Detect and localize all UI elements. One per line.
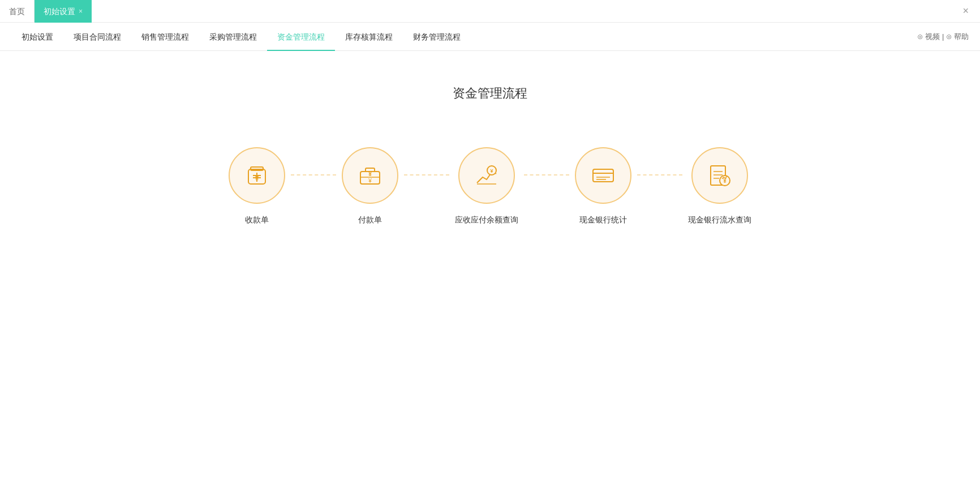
- dotted-line-2: [404, 174, 449, 175]
- top-bar-right: ×: [962, 5, 980, 17]
- active-tab[interactable]: 初始设置 ×: [35, 0, 92, 23]
- nav-initial-setup[interactable]: 初始设置: [11, 23, 63, 51]
- flow-item-cash-bank[interactable]: 现金银行统计: [575, 147, 631, 225]
- nav-finance-mgmt[interactable]: 财务管理流程: [403, 23, 471, 51]
- nav-fund-mgmt[interactable]: 资金管理流程: [267, 23, 335, 51]
- flow-item-receipt[interactable]: ¥ 收款单: [229, 147, 285, 225]
- nav-bar-right: ⊙ 视频 | ⊙ 帮助: [917, 32, 969, 42]
- dotted-line-3: [524, 174, 569, 175]
- help-video-link[interactable]: ⊙ 视频: [917, 32, 940, 42]
- tab-close-icon[interactable]: ×: [79, 0, 83, 23]
- flow-row: ¥ 收款单 ¥ ¥ 付款单: [229, 147, 751, 225]
- dotted-line-1: [291, 174, 336, 175]
- nav-project-contract[interactable]: 项目合同流程: [63, 23, 131, 51]
- flow-label-cash-flow: 现金银行流水查询: [688, 215, 751, 225]
- flow-circle-receipt: ¥: [229, 147, 285, 204]
- flow-circle-cash-flow: ¥: [691, 147, 748, 204]
- flow-label-balance: 应收应付余额查询: [455, 215, 518, 225]
- connector-1: [285, 174, 342, 175]
- payment-icon: ¥ ¥: [356, 161, 384, 190]
- flow-label-payment: 付款单: [358, 215, 382, 225]
- flow-circle-payment: ¥ ¥: [342, 147, 398, 204]
- nav-bar: 初始设置 项目合同流程 销售管理流程 采购管理流程 资金管理流程 库存核算流程 …: [0, 23, 980, 51]
- page-title: 资金管理流程: [453, 85, 527, 102]
- flow-item-balance[interactable]: ¥ 应收应付余额查询: [455, 147, 518, 225]
- connector-2: [398, 174, 455, 175]
- main-content: 资金管理流程 ¥ 收款单: [0, 51, 980, 225]
- connector-4: [631, 174, 688, 175]
- flow-item-cash-flow[interactable]: ¥ 现金银行流水查询: [688, 147, 751, 225]
- top-bar: 首页 初始设置 × ×: [0, 0, 980, 23]
- flow-circle-balance: ¥: [458, 147, 515, 204]
- home-tab[interactable]: 首页: [0, 0, 35, 23]
- flow-circle-cash-bank: [575, 147, 631, 204]
- flow-label-receipt: 收款单: [245, 215, 269, 225]
- dotted-line-4: [637, 174, 682, 175]
- nav-inventory-calc[interactable]: 库存核算流程: [335, 23, 403, 51]
- connector-3: [518, 174, 575, 175]
- svg-text:¥: ¥: [368, 170, 372, 177]
- balance-icon: ¥: [472, 161, 501, 190]
- nav-sales-mgmt[interactable]: 销售管理流程: [131, 23, 199, 51]
- nav-purchase-mgmt[interactable]: 采购管理流程: [199, 23, 267, 51]
- help-divider: |: [942, 32, 944, 41]
- window-close-icon[interactable]: ×: [962, 5, 969, 17]
- flow-label-cash-bank: 现金银行统计: [579, 215, 627, 225]
- flow-item-payment[interactable]: ¥ ¥ 付款单: [342, 147, 398, 225]
- svg-text:¥: ¥: [723, 178, 727, 184]
- svg-text:¥: ¥: [368, 178, 372, 184]
- svg-text:¥: ¥: [255, 175, 259, 182]
- help-link[interactable]: ⊙ 帮助: [946, 32, 969, 42]
- cash-flow-icon: ¥: [706, 161, 734, 190]
- receipt-icon: ¥: [243, 161, 271, 190]
- active-tab-label: 初始设置: [44, 0, 75, 23]
- svg-text:¥: ¥: [490, 168, 493, 174]
- cash-bank-icon: [589, 161, 617, 190]
